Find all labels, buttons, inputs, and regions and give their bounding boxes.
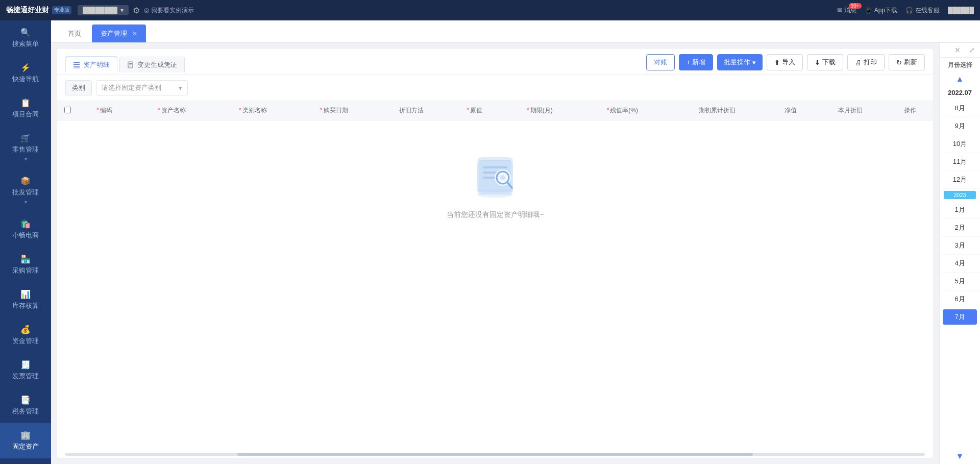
month-nav-up-button[interactable]: ▲ (952, 74, 968, 85)
service-icon: 🎧 (905, 7, 913, 14)
month-item-6[interactable]: 6月 (940, 290, 980, 308)
download-button[interactable]: ⬇ 下载 (807, 54, 843, 70)
sub-tab-asset-detail[interactable]: 资产明细 (65, 57, 117, 72)
empty-message: 当前您还没有固定资产明细哦~ (447, 210, 544, 219)
messages-count-badge: 99+ (849, 3, 862, 9)
svg-rect-6 (129, 64, 132, 65)
month-item-9[interactable]: 9月 (940, 117, 980, 135)
sidebar-item-invoice-mgmt[interactable]: 🧾 发票管理 (0, 353, 51, 388)
category-select[interactable]: 请选择固定资产类别 ▾ (96, 80, 188, 95)
dropdown-arrow-icon: ▾ (120, 7, 124, 14)
tab-close-icon[interactable]: ✕ (132, 30, 137, 37)
sidebar-item-purchase-mgmt[interactable]: 🏪 采购管理 (0, 247, 51, 282)
table-header-residual-rate: *残值率(%) (578, 101, 667, 120)
table-header-code: *编码 (78, 101, 131, 120)
empty-state: 当前您还没有固定资产明细哦~ (57, 120, 933, 250)
sidebar-label-search-menu: 搜索菜单 (12, 39, 39, 48)
svg-rect-1 (74, 64, 80, 65)
company-selector[interactable]: ████████ ▾ (78, 5, 129, 15)
sidebar-label-inventory: 库存核算 (12, 301, 39, 310)
table-header-monthly-depreciation: 本月折旧 (814, 101, 887, 120)
sidebar-label-ecommerce: 小畅电商 (12, 231, 39, 240)
sidebar-item-search-menu[interactable]: 🔍 搜索菜单 (0, 20, 51, 56)
doc-icon (127, 61, 134, 68)
app-name: 畅捷通好业财 (6, 6, 49, 15)
app-download-button[interactable]: 📱 App下载 (865, 6, 897, 15)
sidebar-item-retail-mgmt[interactable]: 🛒 零售管理 ▾ (0, 126, 51, 169)
table-header-checkbox (57, 101, 78, 120)
main-panel: 资产明细 变更生成凭证 对账 + 新增 (57, 49, 933, 458)
table-header-net-value: 净值 (768, 101, 814, 120)
assets-table: *编码 *资产名称 *类别名称 *购买日期 折旧方法 *原值 *期限(月) *残… (57, 101, 933, 120)
refresh-button[interactable]: ↻ 刷新 (889, 54, 925, 70)
horizontal-scrollbar[interactable] (65, 453, 925, 456)
month-item-7-active[interactable]: 7月 (943, 309, 977, 325)
month-item-4[interactable]: 4月 (940, 255, 980, 273)
month-item-3[interactable]: 3月 (940, 237, 980, 255)
messages-button[interactable]: ✉ 消息 99+ (837, 6, 856, 15)
sidebar-item-tax-mgmt[interactable]: 📑 税务管理 (0, 388, 51, 423)
ecommerce-icon: 🛍️ (20, 219, 31, 229)
invoice-icon: 🧾 (20, 360, 31, 370)
import-button[interactable]: ⬆ 导入 (767, 54, 803, 70)
panel-close-button[interactable]: ✕ (951, 45, 964, 55)
sidebar-item-inventory[interactable]: 📊 库存核算 (0, 282, 51, 318)
category-placeholder: 请选择固定资产类别 (102, 83, 161, 92)
settings-icon[interactable]: ⚙ (133, 6, 140, 15)
month-nav-down: ▼ (940, 449, 980, 464)
batch-button[interactable]: 批量操作 ▾ (717, 54, 763, 70)
batch-label: 批量操作 (724, 58, 750, 67)
batch-arrow-icon: ▾ (24, 199, 27, 205)
user-menu[interactable]: ██████ (948, 7, 974, 14)
sidebar-label-batch-mgmt: 批发管理 (12, 188, 39, 197)
sidebar-item-fixed-assets[interactable]: 🏢 固定资产 (0, 423, 51, 458)
phone-icon: 📱 (865, 7, 872, 14)
sidebar-label-purchase-mgmt: 采购管理 (12, 266, 39, 275)
sidebar-item-project-contract[interactable]: 📋 项目合同 (0, 91, 51, 126)
reconcile-label: 对账 (654, 58, 667, 67)
month-item-8[interactable]: 8月 (940, 100, 980, 117)
demo-link[interactable]: ◎ 我要看实例演示 (144, 6, 194, 15)
sidebar-item-quick-nav[interactable]: ⚡ 快捷导航 (0, 56, 51, 91)
svg-rect-7 (129, 66, 131, 66)
sidebar-item-ecommerce[interactable]: 🛍️ 小畅电商 (0, 212, 51, 247)
app-logo: 畅捷通好业财 专业版 (6, 6, 71, 15)
month-item-5[interactable]: 5月 (940, 273, 980, 290)
download-label: 下载 (822, 58, 836, 67)
import-label: 导入 (782, 58, 795, 67)
panel-expand-button[interactable]: ⤢ (966, 45, 978, 55)
reconcile-button[interactable]: 对账 (646, 54, 675, 70)
retail-icon: 🛒 (20, 133, 31, 143)
table-header-category: *类别名称 (212, 101, 293, 120)
sidebar-item-fund-mgmt[interactable]: 💰 资金管理 (0, 318, 51, 353)
month-item-10[interactable]: 10月 (940, 135, 980, 153)
fund-icon: 💰 (20, 325, 31, 334)
refresh-icon: ↻ (896, 59, 902, 66)
app-download-label: App下载 (874, 6, 897, 15)
online-service-button[interactable]: 🎧 在线客服 (905, 6, 940, 15)
sub-tab-change-voucher[interactable]: 变更生成凭证 (119, 57, 185, 72)
table-header-accumulated-depreciation: 期初累计折旧 (667, 101, 768, 120)
month-item-11[interactable]: 11月 (940, 153, 980, 171)
tab-home[interactable]: 首页 (59, 25, 90, 42)
sub-tabs: 资产明细 变更生成凭证 对账 + 新增 (57, 49, 933, 75)
month-item-2[interactable]: 2月 (940, 219, 980, 237)
table-header-depreciation-method: 折旧方法 (375, 101, 448, 120)
category-dropdown-arrow-icon: ▾ (179, 84, 182, 92)
sidebar-item-payroll[interactable]: 💵 工资 (0, 458, 51, 464)
svg-point-17 (500, 175, 505, 180)
filter-row: 类别 请选择固定资产类别 ▾ (57, 75, 933, 101)
main-layout: 🔍 搜索菜单 ⚡ 快捷导航 📋 项目合同 🛒 零售管理 ▾ 📦 批发管理 ▾ 🛍… (0, 20, 980, 464)
year-2023-badge: 2023 (944, 191, 976, 199)
month-item-1[interactable]: 1月 (940, 201, 980, 219)
print-button[interactable]: 🖨 打印 (847, 54, 885, 70)
month-nav-down-button[interactable]: ▼ (952, 451, 968, 462)
tab-asset-mgmt[interactable]: 资产管理 ✕ (92, 25, 146, 42)
select-all-checkbox[interactable] (64, 107, 71, 113)
purchase-icon: 🏪 (20, 254, 31, 264)
empty-illustration (464, 151, 526, 202)
sidebar-label-fund-mgmt: 资金管理 (12, 336, 39, 346)
add-button[interactable]: + 新增 (679, 54, 713, 70)
sidebar-item-batch-mgmt[interactable]: 📦 批发管理 ▾ (0, 169, 51, 212)
month-item-12[interactable]: 12月 (940, 171, 980, 189)
